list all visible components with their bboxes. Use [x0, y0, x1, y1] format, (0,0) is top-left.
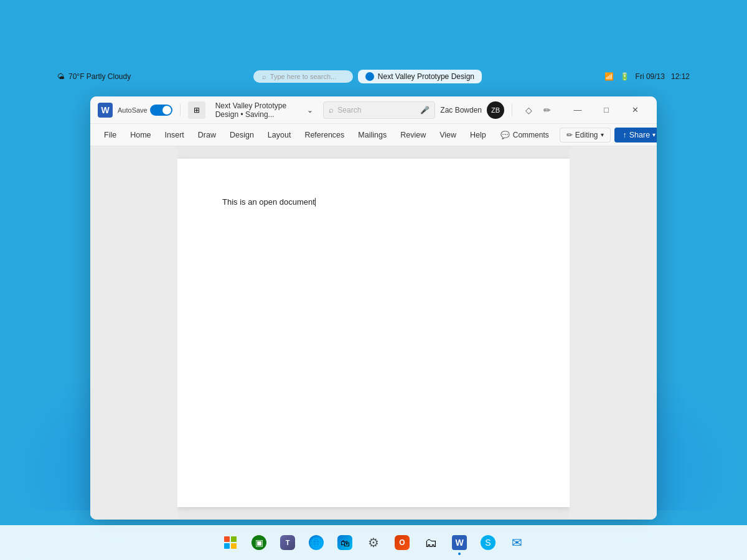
taskbar-search[interactable]: ⌕ Type here to search...	[253, 70, 353, 83]
close-button[interactable]: ✕	[621, 100, 649, 120]
menu-insert[interactable]: Insert	[159, 128, 190, 142]
taskbar-skype-button[interactable]: S	[474, 529, 502, 556]
taskbar-start-button[interactable]	[217, 529, 244, 556]
search-placeholder-text: Search	[337, 106, 361, 114]
desktop: 🌤 70°F Partly Cloudy ⌕ Type here to sear…	[0, 0, 747, 560]
document-text[interactable]: This is an open document	[222, 197, 315, 207]
pen-icon: ✏	[543, 105, 551, 115]
editing-chevron-icon: ▾	[601, 131, 604, 138]
taskbar-settings-button[interactable]: ⚙	[360, 529, 387, 556]
tab-icon	[365, 72, 374, 81]
grid-icon: ⊞	[194, 106, 200, 114]
chevron-down-icon: ⌄	[307, 106, 313, 114]
menu-references[interactable]: References	[298, 128, 350, 142]
document-area: This is an open document	[90, 146, 657, 520]
user-avatar[interactable]: ZB	[487, 101, 504, 119]
search-placeholder: Type here to search...	[270, 73, 336, 80]
doc-title-area: Next Valley Prototype Design • Saving...…	[210, 100, 319, 121]
divider	[180, 104, 181, 116]
doc-title-button[interactable]: Next Valley Prototype Design • Saving...…	[210, 100, 319, 121]
menu-view[interactable]: View	[433, 128, 463, 142]
windows-logo-icon	[224, 536, 237, 549]
taskbar-icons: ▣ T 🌐 🛍 ⚙ O 🗂 W	[217, 529, 530, 556]
divider2	[512, 104, 512, 116]
comment-icon: 💬	[500, 131, 510, 139]
autosave-toggle[interactable]	[150, 105, 172, 116]
menu-home[interactable]: Home	[124, 128, 157, 142]
document-scroll[interactable]: This is an open document	[177, 146, 570, 520]
wifi-icon: 📶	[604, 72, 614, 81]
editing-label: Editing	[575, 131, 598, 139]
topbar-left: 🌤 70°F Partly Cloudy	[57, 72, 131, 81]
word-window: W AutoSave ⊞ Next Valley Prototype Desig…	[90, 96, 657, 520]
comments-label: Comments	[513, 131, 549, 139]
search-icon: ⌕	[262, 73, 266, 80]
maximize-button[interactable]: □	[592, 100, 621, 120]
taskbar-files-button[interactable]: 🗂	[417, 529, 444, 556]
titlebar-search[interactable]: ⌕ Search 🎤	[323, 101, 435, 119]
ribbon-icon-btn[interactable]: ◇	[520, 101, 537, 119]
user-area: Zac Bowden ZB	[440, 101, 504, 119]
editing-button[interactable]: ✏ Editing ▾	[560, 128, 611, 142]
office-icon: O	[395, 535, 410, 550]
menubar-right: 💬 Comments ✏ Editing ▾ ↑ Share ▾ 📖	[494, 126, 657, 144]
mic-icon: 🎤	[420, 106, 430, 114]
word-taskbar-icon: W	[452, 535, 467, 550]
comments-button[interactable]: 💬 Comments	[494, 128, 556, 142]
pen-icon-btn[interactable]: ✏	[538, 101, 556, 119]
titlebar-action-icons: ◇ ✏	[520, 101, 556, 119]
weather-icon: 🌤	[57, 72, 65, 81]
xbox-icon: ▣	[251, 535, 266, 550]
minimize-button[interactable]: —	[563, 100, 592, 120]
menubar: File Home Insert Draw Design Layout Refe…	[90, 124, 657, 146]
autosave-area: AutoSave	[118, 105, 172, 116]
window-controls: — □ ✕	[563, 100, 649, 120]
titlebar: W AutoSave ⊞ Next Valley Prototype Desig…	[90, 96, 657, 124]
teams-icon: T	[280, 535, 295, 550]
taskbar-teams-button[interactable]: T	[274, 529, 301, 556]
menu-mailings[interactable]: Mailings	[352, 128, 393, 142]
store-icon: 🛍	[337, 535, 352, 550]
share-icon: ↑	[623, 131, 627, 139]
files-icon: 🗂	[423, 535, 438, 550]
topbar-center[interactable]: ⌕ Type here to search... Next Valley Pro…	[253, 70, 482, 83]
text-cursor	[315, 198, 316, 207]
share-button[interactable]: ↑ Share ▾	[614, 128, 657, 142]
menu-review[interactable]: Review	[394, 128, 432, 142]
share-label: Share	[629, 131, 650, 139]
taskbar-xbox-button[interactable]: ▣	[245, 529, 273, 556]
search-icon: ⌕	[329, 105, 334, 114]
document-page[interactable]: This is an open document	[177, 159, 570, 507]
taskbar-office-button[interactable]: O	[388, 529, 416, 556]
skype-icon: S	[481, 535, 496, 550]
quick-access-btn[interactable]: ⊞	[188, 101, 205, 119]
settings-icon: ⚙	[366, 535, 381, 550]
menu-help[interactable]: Help	[464, 128, 492, 142]
minimize-icon: —	[574, 105, 582, 114]
taskbar-edge-button[interactable]: 🌐	[303, 529, 330, 556]
topbar-right: 📶 🔋 Fri 09/13 12:12	[604, 72, 690, 81]
menu-file[interactable]: File	[98, 128, 123, 142]
maximize-icon: □	[604, 105, 609, 114]
browser-tab[interactable]: Next Valley Prototype Design	[358, 70, 482, 83]
topbar-date: Fri 09/13	[636, 72, 665, 81]
word-logo: W	[98, 103, 113, 118]
mail-icon: ✉	[509, 535, 524, 550]
doc-title-text: Next Valley Prototype Design • Saving...	[215, 101, 305, 119]
menu-layout[interactable]: Layout	[261, 128, 298, 142]
close-icon: ✕	[632, 105, 639, 114]
taskbar: ▣ T 🌐 🛍 ⚙ O 🗂 W	[0, 525, 747, 560]
taskbar-word-button[interactable]: W	[446, 529, 473, 556]
user-initials: ZB	[491, 106, 500, 114]
system-topbar: 🌤 70°F Partly Cloudy ⌕ Type here to sear…	[57, 65, 690, 88]
battery-icon: 🔋	[620, 72, 629, 81]
weather-text: 70°F Partly Cloudy	[68, 72, 131, 81]
topbar-time: 12:12	[671, 72, 690, 81]
taskbar-mail-button[interactable]: ✉	[503, 529, 530, 556]
autosave-label: AutoSave	[118, 106, 148, 114]
taskbar-store-button[interactable]: 🛍	[331, 529, 359, 556]
share-chevron-icon: ▾	[652, 131, 655, 138]
left-margin	[90, 146, 177, 520]
menu-draw[interactable]: Draw	[192, 128, 222, 142]
menu-design[interactable]: Design	[223, 128, 260, 142]
